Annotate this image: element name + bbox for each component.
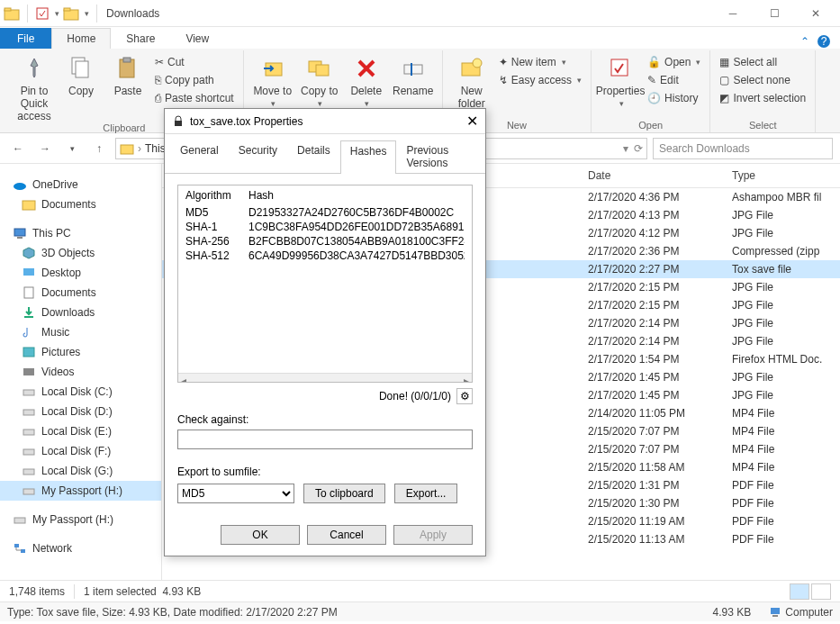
forward-button[interactable]: → (34, 138, 56, 159)
infobar: Type: Tox save file, Size: 4.93 KB, Date… (0, 601, 840, 621)
nav-documents[interactable]: Documents (0, 283, 161, 303)
svg-rect-4 (64, 8, 70, 11)
check-against-input[interactable] (177, 430, 473, 449)
nav-disk-f[interactable]: Local Disk (F:) (0, 441, 161, 461)
cut-button[interactable]: ✂Cut (151, 54, 238, 70)
settings-icon[interactable]: ⚙ (456, 388, 473, 404)
nav-videos[interactable]: Videos (0, 362, 161, 382)
to-clipboard-button[interactable]: To clipboard (303, 484, 385, 503)
tab-share[interactable]: Share (111, 28, 170, 49)
tab-hashes[interactable]: Hashes (340, 140, 397, 174)
svg-rect-27 (23, 368, 34, 375)
svg-rect-35 (14, 544, 19, 547)
svg-rect-21 (23, 201, 35, 210)
nav-desktop[interactable]: Desktop (0, 263, 161, 283)
svg-rect-29 (23, 410, 34, 415)
select-none-button[interactable]: ▢Select none (716, 72, 809, 88)
hash-row[interactable]: SHA-256B2FCBB8D07C138054ABB9A018100C3FF2… (185, 234, 465, 249)
rename-button[interactable]: Rename (390, 50, 437, 97)
close-button[interactable]: ✕ (795, 0, 836, 27)
nav-disk-d[interactable]: Local Disk (D:) (0, 402, 161, 421)
nav-documents-od[interactable]: Documents (0, 194, 161, 214)
paste-button[interactable]: Paste (104, 50, 151, 97)
infobar-text: Type: Tox save file, Size: 4.93 KB, Date… (7, 606, 338, 619)
nav-onedrive[interactable]: OneDrive (0, 175, 161, 194)
properties-qat-icon[interactable] (35, 6, 50, 21)
nav-disk-g[interactable]: Local Disk (G:) (0, 461, 161, 481)
hash-col-hash[interactable]: Hash (248, 189, 274, 202)
help-icon[interactable]: ? (817, 34, 831, 49)
maximize-button[interactable]: ☐ (754, 0, 795, 27)
view-large-icon[interactable] (811, 583, 831, 600)
hash-row[interactable]: SHA-5126CA49D99956D38CA3A7427D5147BBD305… (185, 249, 465, 263)
tab-home[interactable]: Home (51, 28, 111, 49)
hash-scrollbar[interactable]: ◂▸ (178, 373, 472, 383)
delete-button[interactable]: Delete▾ (343, 50, 390, 108)
properties-icon (606, 54, 635, 83)
tab-details[interactable]: Details (287, 140, 340, 173)
export-button[interactable]: Export... (394, 484, 458, 503)
ok-button[interactable]: OK (221, 525, 300, 545)
pin-quick-access-button[interactable]: Pin to Quick access (11, 50, 58, 122)
nav-music[interactable]: Music (0, 322, 161, 342)
cancel-button[interactable]: Cancel (307, 525, 386, 545)
properties-button[interactable]: Properties▾ (597, 50, 644, 108)
tab-view[interactable]: View (170, 28, 224, 49)
view-details-icon[interactable] (790, 583, 809, 600)
qat-chevron-2[interactable]: ▾ (85, 9, 89, 18)
addr-dropdown-icon[interactable]: ▾ (623, 142, 628, 155)
tab-general[interactable]: General (170, 140, 229, 173)
col-type[interactable]: Type (723, 164, 840, 187)
recent-button[interactable]: ▾ (61, 138, 83, 159)
refresh-icon[interactable]: ⟳ (634, 142, 643, 155)
export-format-select[interactable]: MD5 (177, 484, 294, 503)
hash-col-algo[interactable]: Algorithm (185, 189, 248, 202)
minimize-button[interactable]: ─ (712, 0, 754, 27)
select-all-button[interactable]: ▦Select all (716, 54, 809, 70)
nav-this-pc[interactable]: This PC (0, 223, 161, 243)
search-input[interactable]: Search Downloads (653, 138, 833, 159)
nav-3d-objects[interactable]: 3D Objects (0, 243, 161, 263)
paste-shortcut-button[interactable]: ⎙Paste shortcut (151, 90, 238, 106)
copy-to-icon (305, 54, 334, 83)
export-label: Export to sumfile: (177, 466, 473, 478)
apply-button[interactable]: Apply (393, 525, 473, 545)
tab-security[interactable]: Security (229, 140, 287, 173)
col-date[interactable]: Date (579, 164, 723, 187)
svg-rect-23 (17, 237, 23, 239)
qat-chevron[interactable]: ▾ (55, 9, 59, 18)
nav-passport-2[interactable]: My Passport (H:) (0, 510, 161, 529)
shortcut-icon: ⎙ (155, 92, 161, 104)
svg-rect-32 (23, 469, 34, 475)
open-button[interactable]: 🔓Open▾ (644, 54, 704, 70)
nav-disk-c[interactable]: Local Disk (C:) (0, 382, 161, 402)
svg-rect-2 (37, 8, 48, 19)
properties-dialog: tox_save.tox Properties ✕ General Securi… (164, 108, 486, 556)
ribbon-collapse-icon[interactable]: ⌃ (800, 35, 809, 48)
copy-path-button[interactable]: ⎘Copy path (151, 72, 238, 88)
up-button[interactable]: ↑ (88, 138, 110, 159)
move-to-button[interactable]: Move to▾ (249, 50, 296, 108)
nav-pictures[interactable]: Pictures (0, 342, 161, 362)
open-group-label: Open (597, 120, 704, 132)
copy-button[interactable]: Copy (58, 50, 104, 97)
hash-row[interactable]: SHA-11C9BC38FA954DD26FE001DD72B35A68913B… (185, 220, 465, 234)
copy-to-button[interactable]: Copy to▾ (296, 50, 343, 108)
infobar-computer: Computer (785, 606, 833, 619)
easy-access-button[interactable]: ↯Easy access▾ (495, 72, 585, 88)
tab-previous-versions[interactable]: Previous Versions (396, 140, 480, 173)
invert-selection-button[interactable]: ◩Invert selection (716, 90, 809, 106)
history-button[interactable]: 🕘History (644, 90, 704, 106)
nav-passport-1[interactable]: My Passport (H:) (0, 481, 161, 501)
new-folder-button[interactable]: New folder (448, 50, 495, 110)
edit-button[interactable]: ✎Edit (644, 72, 704, 88)
nav-downloads[interactable]: Downloads (0, 303, 161, 322)
dialog-close-button[interactable]: ✕ (466, 113, 478, 130)
dialog-titlebar[interactable]: tox_save.tox Properties ✕ (165, 109, 485, 134)
new-item-button[interactable]: ✦New item▾ (495, 54, 585, 70)
nav-network[interactable]: Network (0, 538, 161, 558)
tab-file[interactable]: File (0, 28, 51, 49)
nav-disk-e[interactable]: Local Disk (E:) (0, 421, 161, 441)
back-button[interactable]: ← (7, 138, 29, 159)
hash-row[interactable]: MD5D21953327A24D2760C5B736DF4B0002C (185, 205, 465, 220)
